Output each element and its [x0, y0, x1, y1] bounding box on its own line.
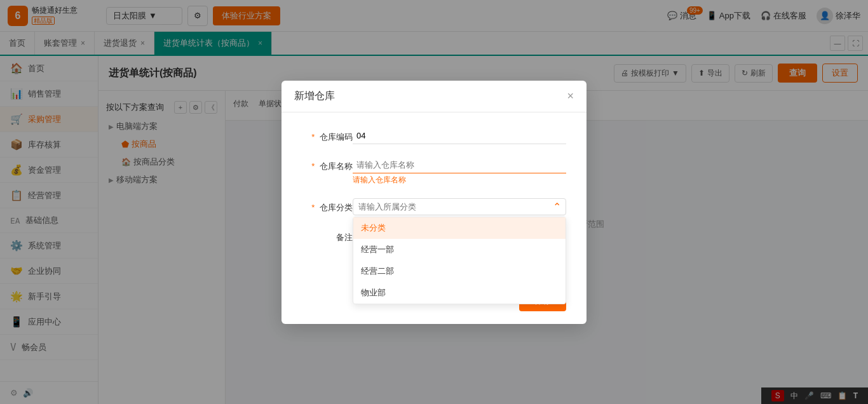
code-field — [353, 128, 566, 144]
warehouse-code-input[interactable] — [353, 128, 566, 144]
dropdown-item-unclassified[interactable]: 未分类 — [353, 217, 566, 239]
new-warehouse-dialog: 新增仓库 × * 仓库编码 * 仓库名称 — [281, 81, 587, 324]
form-row-name: * 仓库名称 请输入仓库名称 — [302, 157, 566, 185]
name-label: * 仓库名称 — [302, 157, 353, 172]
dialog-close-button[interactable]: × — [567, 90, 574, 103]
category-field: ⌃ 未分类 经营一部 经营二部 物业部 — [353, 198, 566, 215]
dropdown-item-dept1[interactable]: 经营一部 — [353, 239, 566, 260]
dropdown-item-dept3[interactable]: 物业部 — [353, 282, 566, 304]
dialog-header: 新增仓库 × — [281, 81, 587, 112]
name-field: 请输入仓库名称 — [353, 157, 566, 185]
dialog-title: 新增仓库 — [294, 90, 335, 103]
warehouse-category-input[interactable] — [353, 198, 566, 215]
dropdown-item-dept2[interactable]: 经营二部 — [353, 260, 566, 282]
warehouse-name-input[interactable] — [353, 157, 566, 173]
name-error-message: 请输入仓库名称 — [353, 175, 566, 185]
required-name: * — [311, 161, 315, 171]
dialog-overlay: 新增仓库 × * 仓库编码 * 仓库名称 — [0, 0, 868, 404]
code-label: * 仓库编码 — [302, 128, 353, 143]
remark-label: 备注 — [302, 228, 353, 243]
required-code: * — [311, 132, 315, 142]
required-category: * — [311, 203, 315, 212]
form-row-category: * 仓库分类 ⌃ 未分类 经营一部 经营二部 物业部 — [302, 198, 566, 215]
form-row-code: * 仓库编码 — [302, 128, 566, 144]
category-dropdown: 未分类 经营一部 经营二部 物业部 — [353, 217, 566, 304]
category-label: * 仓库分类 — [302, 198, 353, 213]
dialog-body: * 仓库编码 * 仓库名称 请输入仓库名称 — [281, 112, 587, 268]
category-toggle-icon[interactable]: ⌃ — [553, 201, 561, 213]
